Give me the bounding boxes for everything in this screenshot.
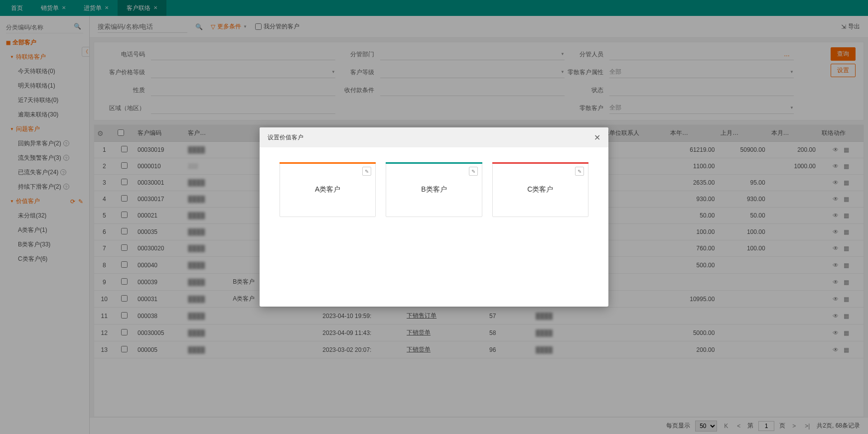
edit-icon[interactable]: ✎ <box>362 167 371 176</box>
value-customer-modal: 设置价值客户 ✕ ✎ A类客户 ✎ B类客户 ✎ C类客户 <box>260 127 608 307</box>
card-c[interactable]: ✎ C类客户 <box>492 162 588 217</box>
card-a[interactable]: ✎ A类客户 <box>280 162 376 217</box>
card-title: B类客户 <box>421 185 446 194</box>
card-title: A类客户 <box>315 185 340 194</box>
close-icon[interactable]: ✕ <box>594 133 600 142</box>
edit-icon[interactable]: ✎ <box>575 167 584 176</box>
modal-title: 设置价值客户 <box>268 133 303 142</box>
edit-icon[interactable]: ✎ <box>469 167 478 176</box>
card-b[interactable]: ✎ B类客户 <box>386 162 482 217</box>
card-title: C类客户 <box>527 185 553 194</box>
